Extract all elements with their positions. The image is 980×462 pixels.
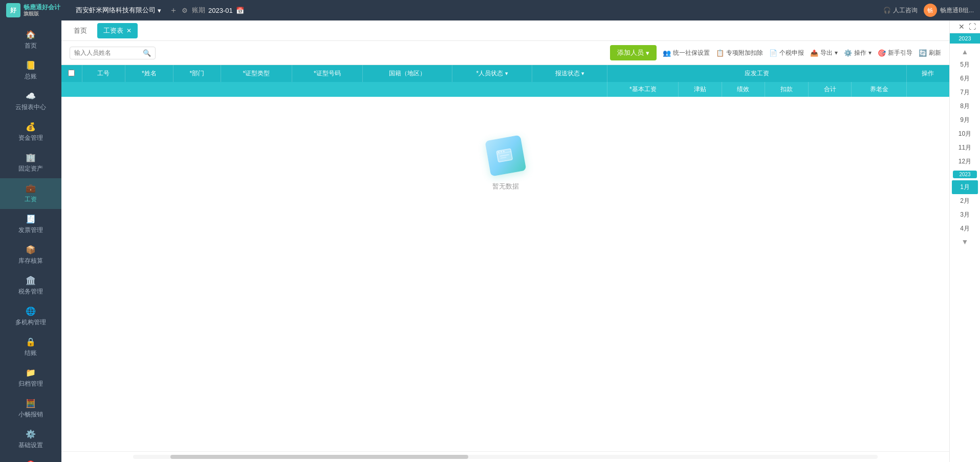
allowance-col: 津贴 bbox=[678, 82, 722, 97]
calendar-icon[interactable]: 📅 bbox=[236, 7, 244, 14]
sidebar-item-label: 基础设置 bbox=[18, 441, 43, 450]
month-item-feb[interactable]: 2月 bbox=[950, 194, 980, 208]
month-item-8[interactable]: 8月 bbox=[950, 99, 980, 113]
invoice-icon: 🧾 bbox=[26, 214, 36, 224]
sub-header-empty bbox=[61, 82, 607, 97]
close-period-icon: 🔒 bbox=[26, 337, 36, 347]
top-header: 好 畅應通好会计 旗舰版 西安虾米网络科技有限公司 ▾ ＋ ⚙ 账期 2023-… bbox=[0, 0, 980, 20]
operation-action[interactable]: ⚙️ 操作 ▾ bbox=[844, 49, 872, 57]
scroll-up-btn[interactable]: ▲ bbox=[950, 46, 980, 58]
scrollbar-thumb[interactable] bbox=[170, 455, 468, 459]
operation-label: 操作 bbox=[854, 49, 866, 57]
sidebar-item-label: 税务管理 bbox=[18, 287, 43, 296]
company-selector[interactable]: 西安虾米网络科技有限公司 ▾ bbox=[72, 4, 165, 17]
panel-close-icon[interactable]: ✕ bbox=[959, 23, 965, 31]
base-salary-col: *基本工资 bbox=[607, 82, 679, 97]
sidebar-item-fund[interactable]: 💰 资金管理 bbox=[0, 117, 61, 148]
sidebar-item-label: 结账 bbox=[25, 349, 37, 358]
month-item-jan[interactable]: 1月 bbox=[952, 180, 978, 194]
status-col[interactable]: *人员状态 ▾ bbox=[452, 65, 532, 82]
sidebar-item-multi-org[interactable]: 🌐 多机构管理 bbox=[0, 301, 61, 332]
inventory-icon: 📦 bbox=[26, 245, 36, 255]
tab-salary[interactable]: 工资表 ✕ bbox=[97, 23, 138, 38]
export-action[interactable]: 📤 导出 ▾ bbox=[810, 49, 838, 57]
horizontal-scrollbar[interactable] bbox=[133, 455, 878, 459]
total-col: 合计 bbox=[808, 82, 852, 97]
sidebar-item-label: 工资 bbox=[25, 195, 37, 204]
tab-salary-label: 工资表 bbox=[103, 26, 123, 35]
dept-col: *部门 bbox=[173, 65, 221, 82]
report-filter-icon[interactable]: ▾ bbox=[581, 70, 584, 76]
month-item-6[interactable]: 6月 bbox=[950, 72, 980, 86]
sidebar-item-label: 多机构管理 bbox=[15, 318, 46, 327]
month-item-10[interactable]: 10月 bbox=[950, 127, 980, 141]
sidebar-item-expense[interactable]: 🧮 小畅报销 bbox=[0, 393, 61, 424]
search-icon[interactable]: 🔍 bbox=[143, 49, 151, 57]
sidebar-item-cloud-report[interactable]: ☁️ 云报表中心 bbox=[0, 86, 61, 117]
sidebar-item-tax[interactable]: 🏛️ 税务管理 bbox=[0, 270, 61, 301]
empty-text: 暂无数据 bbox=[492, 182, 519, 191]
sidebar-item-label: 首页 bbox=[25, 41, 37, 50]
action-sub-col bbox=[906, 82, 949, 97]
sidebar-item-settings[interactable]: ⚙️ 基础设置 bbox=[0, 424, 61, 455]
refresh-icon: 🔄 bbox=[919, 49, 927, 57]
search-wrap[interactable]: 🔍 bbox=[70, 47, 156, 59]
month-item-9[interactable]: 9月 bbox=[950, 113, 980, 127]
user-name: 畅應通B组... bbox=[940, 6, 974, 15]
logo-text: 畅應通好会计 旗舰版 bbox=[24, 4, 60, 17]
add-company-icon[interactable]: ＋ bbox=[169, 5, 178, 16]
sidebar-item-salary[interactable]: 💼 工资 bbox=[0, 178, 61, 209]
tax-icon: 🏛️ bbox=[26, 276, 36, 285]
tab-close-icon[interactable]: ✕ bbox=[126, 27, 132, 34]
month-item-12[interactable]: 12月 bbox=[950, 155, 980, 169]
empty-state-row: 暂无数据 bbox=[61, 97, 949, 232]
user-menu[interactable]: 畅 畅應通B组... bbox=[924, 4, 974, 17]
salary-table-wrap: 工号 *姓名 *部门 *证型类型 *证型号码 国籍（地区） *人员状态 ▾ 报送… bbox=[61, 65, 949, 451]
refresh-label: 刷新 bbox=[929, 49, 941, 57]
nation-col: 国籍（地区） bbox=[363, 65, 452, 82]
salary-icon: 💼 bbox=[26, 183, 36, 193]
tab-home-label: 首页 bbox=[74, 27, 87, 34]
panel-expand-icon[interactable]: ⛶ bbox=[969, 23, 976, 31]
social-insurance-action[interactable]: 👥 统一社保设置 bbox=[663, 49, 710, 57]
special-deduct-action[interactable]: 📋 专项附加扣除 bbox=[716, 49, 763, 57]
headphone-icon: 🎧 bbox=[883, 7, 891, 14]
status-filter-icon[interactable]: ▾ bbox=[505, 70, 508, 76]
month-item-5[interactable]: 5月 bbox=[950, 58, 980, 72]
month-item-7[interactable]: 7月 bbox=[950, 86, 980, 99]
sidebar-item-invoice[interactable]: 🧾 发票管理 bbox=[0, 209, 61, 240]
tax-return-label: 个税申报 bbox=[779, 49, 804, 57]
guide-icon: 🎯 bbox=[26, 460, 36, 462]
select-all-col[interactable] bbox=[61, 65, 82, 82]
sidebar-item-close[interactable]: 🔒 结账 bbox=[0, 332, 61, 363]
month-item-apr[interactable]: 4月 bbox=[950, 222, 980, 236]
sidebar-item-asset[interactable]: 🏢 固定资产 bbox=[0, 148, 61, 178]
settings-icon[interactable]: ⚙ bbox=[182, 7, 188, 14]
panel-controls: ✕ ⛶ bbox=[950, 20, 980, 33]
sidebar-item-archive[interactable]: 📁 归档管理 bbox=[0, 363, 61, 393]
month-item-11[interactable]: 11月 bbox=[950, 141, 980, 155]
sidebar-item-home[interactable]: 🏠 首页 bbox=[0, 25, 61, 55]
report-status-col[interactable]: 报送状态 ▾ bbox=[532, 65, 607, 82]
tab-home[interactable]: 首页 bbox=[68, 23, 93, 38]
month-panel-header: 2023 bbox=[950, 33, 980, 44]
refresh-action[interactable]: 🔄 刷新 bbox=[919, 49, 941, 57]
performance-col: 绩效 bbox=[722, 82, 765, 97]
month-item-mar[interactable]: 3月 bbox=[950, 208, 980, 222]
id-no-col: *证型号码 bbox=[292, 65, 363, 82]
expense-icon: 🧮 bbox=[26, 398, 36, 408]
scroll-down-btn[interactable]: ▼ bbox=[950, 236, 980, 248]
help-button[interactable]: 🎧 人工咨询 bbox=[883, 6, 918, 15]
sidebar-item-label: 发票管理 bbox=[18, 226, 43, 235]
empty-icon bbox=[485, 135, 526, 176]
deduction-col: 扣款 bbox=[765, 82, 809, 97]
sidebar-item-ledger[interactable]: 📒 总账 bbox=[0, 55, 61, 86]
sidebar-item-label: 资金管理 bbox=[18, 134, 43, 142]
guide-action[interactable]: 🎯 新手引导 bbox=[878, 49, 912, 57]
sidebar-item-inventory[interactable]: 📦 库存核算 bbox=[0, 240, 61, 270]
sidebar-item-guide[interactable]: 🎯 新手引导 bbox=[0, 455, 61, 462]
search-input[interactable] bbox=[74, 49, 141, 56]
select-all-checkbox[interactable] bbox=[68, 70, 75, 76]
tax-return-action[interactable]: 📄 个税申报 bbox=[769, 49, 804, 57]
add-person-button[interactable]: 添加人员 ▾ bbox=[610, 45, 657, 60]
